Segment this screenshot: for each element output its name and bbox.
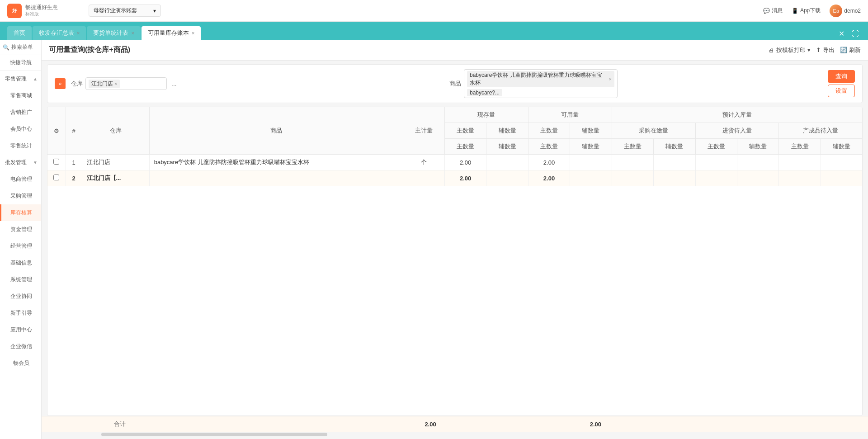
tab1-close[interactable]: × <box>77 30 80 36</box>
h-avail-main: 主数量 <box>528 139 570 155</box>
col-current-aux: 辅数量 <box>486 123 528 139</box>
quick-nav[interactable]: 快捷导航 <box>0 55 41 71</box>
refresh-btn[interactable]: 🔄 刷新 <box>840 46 861 54</box>
tab-home[interactable]: 首页 <box>7 26 32 40</box>
sidebar-item-app-center[interactable]: 应用中心 <box>0 321 41 338</box>
tab-keyongliang[interactable]: 可用量库存账本 × <box>142 26 201 40</box>
sidebar-item-basic-info[interactable]: 基础信息 <box>0 255 41 271</box>
retail-mall-label: 零售商城 <box>10 92 32 99</box>
sidebar-item-operations[interactable]: 经营管理 <box>0 238 41 255</box>
wholesale-arrow: ▼ <box>33 160 38 165</box>
marketing-label: 营销推广 <box>10 109 32 116</box>
sidebar-item-vip[interactable]: 畅会员 <box>0 355 41 372</box>
setting-button[interactable]: 设置 <box>828 85 855 97</box>
print-btn[interactable]: 🖨 按模板打印 ▾ <box>769 46 811 54</box>
row-purchase-aux <box>654 170 695 186</box>
col-num-header: # <box>66 107 82 155</box>
sidebar-item-marketing[interactable]: 营销推广 <box>0 104 41 121</box>
finance-label: 资金管理 <box>10 226 32 233</box>
sidebar-item-retail-mall[interactable]: 零售商城 <box>0 87 41 104</box>
close-all-tabs[interactable]: ✕ <box>837 28 846 40</box>
sidebar-item-wechat[interactable]: 企业微信 <box>0 338 41 355</box>
wholesale-label: 批发管理 <box>5 159 27 166</box>
messages-btn[interactable]: 💬 消息 <box>763 7 783 14</box>
app-logo: 好 畅捷通好生意 标准版 <box>7 4 89 18</box>
warehouse-filter-label: 仓库 <box>71 80 83 88</box>
warehouse-filter-tags[interactable]: 江北门店 × <box>85 77 167 90</box>
col-sub-production: 产成品待入量 <box>779 123 862 139</box>
app-edition: 标准版 <box>25 11 58 17</box>
product-filter-tags[interactable]: babycare学饮杯 儿童防摔防撞吸管杯重力球吸嘴杯宝宝水杯 × babyca… <box>464 69 618 98</box>
sidebar-item-finance[interactable]: 资金管理 <box>0 221 41 238</box>
h-inc-main: 主数量 <box>695 139 737 155</box>
row-purchase-aux <box>654 155 695 170</box>
product-tag1[interactable]: babycare学饮杯 儿童防摔防撞吸管杯重力球吸嘴杯宝宝水杯 × <box>467 71 614 87</box>
h-avail-aux: 辅数量 <box>570 139 612 155</box>
row-incoming-main <box>695 155 737 170</box>
sidebar-search[interactable]: 🔍 搜索菜单 <box>0 40 41 55</box>
row-available-aux <box>570 155 612 170</box>
sidebar-item-retail-mgmt[interactable]: 零售管理 ▲ <box>0 71 41 87</box>
footer-current-main: 2.00 <box>425 421 436 428</box>
col-product-header: 商品 <box>149 107 403 155</box>
row-checkbox[interactable] <box>47 170 66 186</box>
product-tag2[interactable]: babycare?... <box>467 89 502 96</box>
sidebar-item-enterprise[interactable]: 企业协同 <box>0 288 41 305</box>
vip-label: 畅会员 <box>13 359 29 367</box>
tab3-close[interactable]: × <box>192 30 194 36</box>
industry-selector[interactable]: 母婴行业演示账套 ▾ <box>89 5 161 17</box>
sidebar-item-system[interactable]: 系统管理 <box>0 271 41 288</box>
row-warehouse: 江北门店 <box>82 155 149 170</box>
data-table: ⚙ # 仓库 商品 主计量 现存量 可用量 预计入库量 主数量 辅数量 主数量 <box>47 107 862 186</box>
warehouse-tag-close[interactable]: × <box>114 81 117 86</box>
user-profile[interactable]: Ea demo2 <box>830 5 861 17</box>
sidebar-item-newbie[interactable]: 新手引导 <box>0 305 41 321</box>
purchase-label: 采购管理 <box>10 192 32 200</box>
bottom-scrollbar[interactable] <box>47 432 863 437</box>
row-unit <box>403 170 444 186</box>
filter-bar: » 仓库 江北门店 × ... 商品 babycare学饮杯 儿童防摔防撞吸管杯… <box>47 64 863 103</box>
col-sub-incoming: 进货待入量 <box>695 123 779 139</box>
sidebar-item-retail-stats[interactable]: 零售统计 <box>0 137 41 154</box>
app-center-label: 应用中心 <box>10 326 32 334</box>
h-cur-main: 主数量 <box>444 139 486 155</box>
col-settings[interactable]: ⚙ <box>47 107 66 155</box>
row-incoming-aux <box>737 155 778 170</box>
operations-label: 经营管理 <box>10 242 32 250</box>
retail-mgmt-label: 零售管理 <box>5 75 27 83</box>
row-available-main: 2.00 <box>528 155 570 170</box>
row-production-main <box>779 170 821 186</box>
page-title: 可用量查询(按仓库+商品) <box>49 45 130 60</box>
row-unit: 个 <box>403 155 444 170</box>
warehouse-tag[interactable]: 江北门店 × <box>89 80 120 88</box>
system-label: 系统管理 <box>10 276 32 283</box>
scrollbar-thumb[interactable] <box>101 433 327 436</box>
row-production-main <box>779 155 821 170</box>
sidebar-item-ecommerce[interactable]: 电商管理 <box>0 171 41 188</box>
export-btn[interactable]: ⬆ 导出 <box>816 46 835 54</box>
sidebar-item-inventory[interactable]: 库存核算 <box>0 204 41 221</box>
sidebar: 🔍 搜索菜单 快捷导航 零售管理 ▲ 零售商城 营销推广 会员中心 零售统计 批… <box>0 40 42 439</box>
filter-expand-btn[interactable]: » <box>55 78 66 89</box>
h-inc-aux: 辅数量 <box>737 139 778 155</box>
row-product: babycare学饮杯 儿童防摔防撞吸管杯重力球吸嘴杯宝宝水杯 <box>149 155 403 170</box>
expand-tabs[interactable]: ⛶ <box>850 28 861 40</box>
query-button[interactable]: 查询 <box>828 70 855 83</box>
row-warehouse: 江北门店【... <box>82 170 149 186</box>
sidebar-item-member[interactable]: 会员中心 <box>0 121 41 137</box>
warehouse-tag-text: 江北门店 <box>91 80 113 88</box>
row-production-aux <box>821 170 862 186</box>
row-checkbox[interactable] <box>47 155 66 170</box>
download-icon: 📱 <box>792 8 798 14</box>
h-pur-main: 主数量 <box>612 139 653 155</box>
tab-yaohuo[interactable]: 要货单统计表 × <box>87 26 140 40</box>
sidebar-item-wholesale[interactable]: 批发管理 ▼ <box>0 154 41 171</box>
tab-shoufacun[interactable]: 收发存汇总表 × <box>33 26 86 40</box>
app-download-btn[interactable]: 📱 App下载 <box>792 7 821 14</box>
product-tag1-close[interactable]: × <box>609 76 612 82</box>
main-layout: 🔍 搜索菜单 快捷导航 零售管理 ▲ 零售商城 营销推广 会员中心 零售统计 批… <box>0 40 868 439</box>
filter-dots1: ... <box>170 80 179 87</box>
tab2-close[interactable]: × <box>131 30 134 36</box>
sidebar-item-purchase[interactable]: 采购管理 <box>0 188 41 204</box>
home-label: 首页 <box>14 29 25 37</box>
